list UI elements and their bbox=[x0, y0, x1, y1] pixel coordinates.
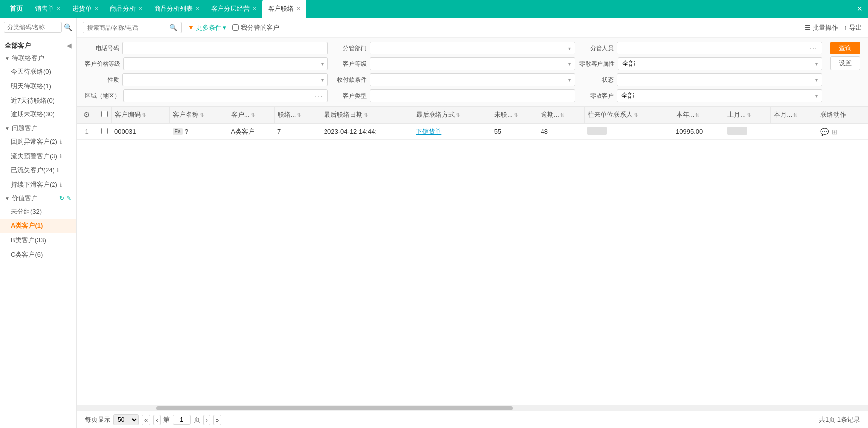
tab-analysis[interactable]: 商品分析 × bbox=[104, 0, 148, 18]
filter-search-input[interactable] bbox=[87, 24, 169, 31]
sort-date-icon[interactable]: ⇅ bbox=[364, 112, 368, 118]
history-contact-placeholder bbox=[587, 127, 607, 135]
sidebar-item-tomorrow-pending[interactable]: 明天待联络(1) bbox=[0, 79, 76, 94]
filter-search-box[interactable]: 🔍 bbox=[83, 22, 182, 33]
qrcode-icon[interactable]: ⊞ bbox=[832, 128, 838, 136]
query-btn[interactable]: 查询 bbox=[830, 42, 860, 54]
sort-contact-icon[interactable]: ⇅ bbox=[297, 112, 301, 118]
horizontal-scrollbar[interactable] bbox=[77, 405, 868, 411]
tab-analysis-list[interactable]: 商品分析列表 × bbox=[148, 0, 205, 18]
group-problem-customer[interactable]: ▼ 问题客户 bbox=[0, 122, 76, 135]
page-size-select[interactable]: 50 100 200 bbox=[113, 414, 139, 425]
close-customer-contact-tab[interactable]: × bbox=[297, 5, 300, 12]
sort-code-icon[interactable]: ⇅ bbox=[142, 112, 146, 118]
filter-dept-select[interactable]: ▾ bbox=[370, 42, 575, 54]
chat-icon[interactable]: 💬 bbox=[820, 128, 829, 136]
filter-customer-type-select[interactable] bbox=[370, 89, 575, 102]
close-analysis-tab[interactable]: × bbox=[139, 5, 142, 12]
close-purchase-tab[interactable]: × bbox=[95, 5, 98, 12]
filter-grade-field: 客户等级 ▾ bbox=[332, 57, 575, 70]
scrollbar-thumb[interactable] bbox=[156, 406, 513, 410]
filter-phone-input[interactable] bbox=[122, 42, 328, 54]
sort-last-month-icon[interactable]: ⇅ bbox=[747, 112, 751, 118]
filter-more-btn[interactable]: ▼ 更多条件 ▾ bbox=[188, 23, 226, 32]
my-customers-checkbox[interactable] bbox=[232, 24, 239, 31]
batch-op-btn[interactable]: ☰ 批量操作 bbox=[805, 23, 838, 32]
tab-customer-contact[interactable]: 客户联络 × bbox=[262, 0, 306, 18]
filter-search-icon[interactable]: 🔍 bbox=[169, 24, 177, 31]
sidebar-item-declining[interactable]: 持续下滑客户(2) ℹ bbox=[0, 178, 76, 192]
filter-grade-select[interactable]: ▾ bbox=[370, 57, 575, 70]
my-customers-checkbox-area[interactable]: 我分管的客户 bbox=[232, 23, 279, 32]
prev-page-btn[interactable]: ‹ bbox=[153, 415, 160, 425]
main-container: 🔍 全部客户 ◀ ▼ 待联络客户 今天待联络(0) 明天待联络(1) 近7天待联… bbox=[0, 18, 868, 428]
filter-phone-label: 电话号码 bbox=[85, 44, 119, 53]
filter-status-select[interactable]: ▾ bbox=[617, 73, 822, 86]
sort-name-icon[interactable]: ⇅ bbox=[200, 112, 204, 118]
col-header-type: 客户...⇅ bbox=[228, 107, 274, 124]
select-all-checkbox[interactable] bbox=[101, 111, 108, 117]
sidebar-item-c-class[interactable]: C类客户(6) bbox=[0, 248, 76, 262]
row-checkbox[interactable] bbox=[101, 128, 108, 134]
tab-sales[interactable]: 销售单 × bbox=[29, 0, 66, 18]
sort-month-icon[interactable]: ⇅ bbox=[793, 112, 797, 118]
filter-retail-attr-select[interactable]: 全部 ▾ bbox=[618, 57, 822, 70]
sidebar-item-churned[interactable]: 已流失客户(24) ℹ bbox=[0, 163, 76, 178]
sort-history-icon[interactable]: ⇅ bbox=[634, 112, 638, 118]
sort-uncontacted-icon[interactable]: ⇅ bbox=[514, 112, 518, 118]
col-header-last-method: 最后联络方式⇅ bbox=[413, 107, 491, 124]
next-page-btn[interactable]: › bbox=[203, 415, 210, 425]
sidebar-item-churn-warning[interactable]: 流失预警客户(3) ℹ bbox=[0, 149, 76, 163]
sort-year-icon[interactable]: ⇅ bbox=[695, 112, 699, 118]
row-checkbox-cell[interactable] bbox=[97, 124, 111, 140]
close-sales-tab[interactable]: × bbox=[57, 5, 60, 12]
page-num-input[interactable] bbox=[173, 415, 191, 425]
col-header-last-date: 最后联络日期⇅ bbox=[321, 107, 413, 124]
col-header-action: 联络动作 bbox=[817, 107, 868, 124]
settings-btn[interactable]: 设置 bbox=[830, 56, 860, 70]
last-method-link[interactable]: 下销货单 bbox=[416, 128, 441, 135]
sidebar-item-overdue-pending[interactable]: 逾期未联络(30) bbox=[0, 107, 76, 122]
table-settings-icon[interactable]: ⚙ bbox=[83, 110, 90, 119]
filter-payment-field: 收付款条件 ▾ bbox=[332, 73, 575, 86]
sidebar-item-7days-pending[interactable]: 近7天待联络(0) bbox=[0, 94, 76, 108]
filter-person-select[interactable]: ··· bbox=[617, 42, 822, 54]
col-header-code: 客户编码⇅ bbox=[111, 107, 170, 124]
sidebar-search-icon[interactable]: 🔍 bbox=[64, 23, 72, 31]
nature-chevron: ▾ bbox=[321, 77, 324, 83]
col-header-contact: 联络...⇅ bbox=[274, 107, 321, 124]
filter-retail-select[interactable]: 全部 ▾ bbox=[617, 89, 822, 102]
sidebar-item-today-pending[interactable]: 今天待联络(0) bbox=[0, 65, 76, 79]
filter-region-select[interactable]: ··· bbox=[123, 89, 328, 102]
group-pending-contact[interactable]: ▼ 待联络客户 bbox=[0, 52, 76, 65]
filter-payment-select[interactable]: ▾ bbox=[370, 73, 575, 86]
filter-payment-label: 收付款条件 bbox=[332, 76, 367, 84]
sidebar-item-b-class[interactable]: B类客户(33) bbox=[0, 233, 76, 248]
sidebar-collapse-icon[interactable]: ◀ bbox=[67, 42, 71, 49]
close-analysis-list-tab[interactable]: × bbox=[196, 5, 199, 12]
sidebar-item-repurchase-abnormal[interactable]: 回购异常客户(2) ℹ bbox=[0, 135, 76, 149]
tab-customer-segment[interactable]: 客户分层经营 × bbox=[205, 0, 262, 18]
sidebar-item-a-class[interactable]: A类客户(1) bbox=[0, 219, 76, 233]
close-window-icon[interactable]: × bbox=[857, 4, 862, 14]
person-dots: ··· bbox=[809, 44, 818, 52]
tab-home[interactable]: 首页 bbox=[4, 0, 29, 18]
filter-price-grade-select[interactable]: ▾ bbox=[123, 57, 328, 70]
group-value-customer[interactable]: ▼ 价值客户 ↻ ✎ bbox=[0, 192, 76, 205]
close-customer-segment-tab[interactable]: × bbox=[253, 5, 256, 12]
export-btn[interactable]: ↑ 导出 bbox=[844, 23, 863, 32]
tab-purchase[interactable]: 进货单 × bbox=[66, 0, 104, 18]
sidebar-search-input[interactable] bbox=[4, 22, 62, 33]
sort-type-icon[interactable]: ⇅ bbox=[251, 112, 255, 118]
col-header-settings[interactable]: ⚙ bbox=[77, 107, 97, 124]
sort-overdue-icon[interactable]: ⇅ bbox=[560, 112, 564, 118]
col-header-checkbox[interactable] bbox=[97, 107, 111, 124]
row-index: 1 bbox=[77, 124, 97, 140]
refresh-value-icon[interactable]: ↻ bbox=[59, 195, 64, 202]
sort-method-icon[interactable]: ⇅ bbox=[456, 112, 460, 118]
sidebar-item-unclassified[interactable]: 未分组(32) bbox=[0, 205, 76, 219]
filter-nature-select[interactable]: ▾ bbox=[122, 73, 328, 86]
edit-value-icon[interactable]: ✎ bbox=[66, 195, 71, 202]
last-page-btn[interactable]: » bbox=[213, 415, 221, 425]
first-page-btn[interactable]: « bbox=[142, 415, 150, 425]
